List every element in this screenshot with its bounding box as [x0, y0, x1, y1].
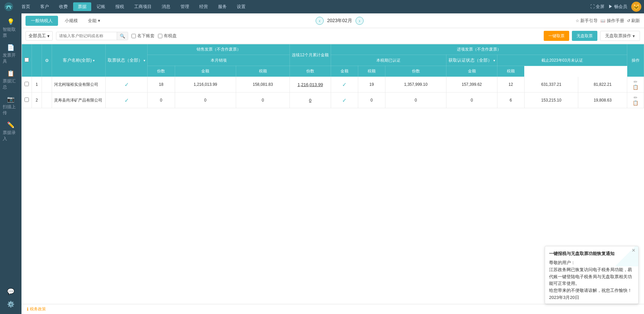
nav-bookkeeping[interactable]: 记账: [92, 2, 110, 11]
refresh-btn[interactable]: ↺ 刷新: [627, 18, 640, 24]
row-index: 2: [32, 92, 42, 108]
app-logo: [3, 1, 15, 13]
copy-icon[interactable]: 📋: [633, 100, 638, 106]
row-sales-amount: 0: [175, 92, 236, 108]
copy-icon[interactable]: 📋: [633, 84, 638, 90]
sidebar-item-invoice-summary[interactable]: 📋 票据汇总: [1, 68, 20, 92]
info-icon: ℹ: [27, 307, 29, 312]
my-accounts-checkbox[interactable]: [131, 34, 136, 38]
th-purchase-group: 进项发票（不含作废票）: [331, 44, 627, 55]
row-cert-count: 19: [358, 77, 385, 92]
nav-operation[interactable]: 经营: [195, 2, 213, 11]
th-period-certified: 本税期已认证: [331, 55, 446, 66]
diskless-ticket-btn[interactable]: 无盘取票: [572, 31, 597, 41]
row-checkbox[interactable]: [24, 82, 29, 86]
row-settings: [42, 77, 52, 92]
row-cert-status: ✓: [331, 92, 358, 108]
nav-manage[interactable]: 管理: [176, 2, 194, 11]
manual-btn[interactable]: 📖 操作手册: [600, 18, 624, 24]
notification-box: ✕ 一键报税与无盘取票功能恢复通知 尊敬的用户：江苏政务网已恢复访问电子税务局功…: [545, 246, 639, 304]
one-click-ticket-btn[interactable]: 一键取票: [544, 31, 569, 41]
settings-icon[interactable]: ⚙: [45, 58, 49, 63]
fullscreen-btn[interactable]: ⛶ 全屏: [590, 4, 605, 10]
row-settings: [42, 92, 52, 108]
row-actions: ✏ 📋: [627, 92, 644, 108]
row-cumulative-amount[interactable]: 0: [290, 92, 331, 108]
sidebar-item-smart-ticket-label: 智能取票: [3, 26, 19, 39]
sidebar-item-chat[interactable]: 💬: [1, 286, 20, 297]
invoice-open-icon: 📄: [7, 44, 14, 51]
employee-chevron-icon: ▾: [47, 34, 50, 39]
select-all-checkbox[interactable]: [24, 58, 29, 62]
notification-close-btn[interactable]: ✕: [632, 248, 636, 253]
edit-icon[interactable]: ✏: [634, 79, 638, 84]
row-sales-count: 18: [148, 77, 175, 92]
th-settings: ⚙: [42, 44, 52, 77]
scan-upload-icon: 📷: [7, 96, 14, 103]
tab-right-actions: ☆ 新手引导 📖 操作手册 ↺ 刷新: [576, 18, 640, 24]
sidebar-item-scan-upload[interactable]: 📷 扫描上传: [1, 93, 20, 118]
filter-tax-disk[interactable]: 有税盘: [158, 33, 177, 39]
tax-policy-link[interactable]: 税务政策: [30, 306, 46, 312]
th-sales-group: 销售发票（不含作废票）: [148, 44, 290, 55]
row-cert-count: 0: [358, 92, 385, 108]
nav-settings[interactable]: 设置: [232, 2, 250, 11]
user-avatar[interactable]: 🐱: [631, 2, 641, 12]
row-checkbox[interactable]: [24, 98, 29, 102]
row-uncert-count: 12: [497, 77, 524, 92]
chat-icon: 💬: [7, 288, 14, 295]
cumulative-link[interactable]: 1,216,013.99: [298, 82, 323, 87]
search-input[interactable]: [56, 32, 117, 40]
th-sales-count: 份数: [148, 66, 175, 77]
sidebar-item-invoice-summary-label: 票据汇总: [3, 78, 19, 90]
tab-general-taxpayer[interactable]: 一般纳税人: [25, 16, 58, 26]
cumulative-link[interactable]: 0: [309, 98, 311, 103]
tab-all-label: 全能: [88, 18, 97, 24]
nav-home[interactable]: 首页: [17, 2, 35, 11]
tab-all-select[interactable]: 全能 ▾: [85, 16, 104, 26]
row-checkbox-cell: [22, 92, 32, 108]
row-cumulative-amount[interactable]: 1,216,013.99: [290, 77, 331, 92]
edit-icon[interactable]: ✏: [634, 95, 638, 100]
new-user-guide-btn[interactable]: ☆ 新手引导: [576, 18, 598, 24]
sidebar-item-smart-ticket[interactable]: 💡 智能取票: [1, 16, 20, 41]
sidebar-item-config[interactable]: ⚙️: [1, 299, 20, 310]
prev-month-button[interactable]: ‹: [316, 17, 324, 25]
tax-disk-checkbox[interactable]: [158, 34, 162, 38]
take-status-check-icon: ✓: [124, 82, 129, 87]
th-action: 操作: [627, 44, 644, 77]
nav-fee[interactable]: 收费: [54, 2, 72, 11]
tab-small-scale[interactable]: 小规模: [59, 16, 83, 26]
nav-message[interactable]: 消息: [157, 2, 175, 11]
cert-status-check-icon: ✓: [342, 98, 346, 103]
th-sales-tax: 税额: [236, 66, 289, 77]
diskless-ops-btn[interactable]: 无盘取票操作 ▾: [600, 31, 640, 41]
th-sales-month: 本月销项: [148, 55, 290, 66]
sidebar-item-invoice-open[interactable]: 📄 发票开具: [1, 42, 20, 66]
filter-row: 全部员工 ▾ 🔍 名下账套 有税盘 一键取票 无盘取票 无盘取票操作 ▾: [21, 28, 644, 44]
th-checkbox: [22, 44, 32, 77]
vip-btn[interactable]: ▶ 畅会员: [608, 4, 627, 10]
row-uncert-amount: 153,215.10: [524, 92, 578, 108]
my-accounts-label: 名下账套: [137, 33, 155, 39]
row-customer-name: 灵寿县尚泽矿产品有限公司: [52, 92, 106, 108]
nav-business[interactable]: 工商项目: [129, 2, 156, 11]
search-button[interactable]: 🔍: [117, 32, 128, 40]
sidebar-item-invoice-entry[interactable]: ✏️ 票据录入: [1, 119, 20, 144]
filter-my-accounts[interactable]: 名下账套: [131, 33, 155, 39]
next-month-button[interactable]: ›: [356, 17, 364, 25]
nav-invoice[interactable]: 票据: [73, 2, 91, 11]
sidebar-item-scan-upload-label: 扫描上传: [3, 104, 19, 116]
th-cert-status: 获取认证状态（全部） ▾: [446, 55, 497, 66]
sidebar-item-invoice-open-label: 发票开具: [3, 52, 19, 64]
row-cert-amount: 1,357,999.10: [385, 77, 446, 92]
employee-select[interactable]: 全部员工 ▾: [25, 31, 53, 41]
row-uncert-tax: 81,822.21: [578, 77, 627, 92]
row-sales-tax: 158,081.83: [236, 77, 289, 92]
tabs-row: 一般纳税人 小规模 全能 ▾ ‹ 2023年02月 › ☆ 新手引导 📖 操作手…: [21, 13, 644, 28]
nav-tax[interactable]: 报税: [111, 2, 129, 11]
invoice-table: ⚙ 客户名称(全部) ▾ 取票状态（全部） ▾ 销售发票（不含作废票） 连续12…: [21, 44, 644, 108]
diskless-ops-chevron-icon: ▾: [633, 34, 635, 39]
nav-service[interactable]: 服务: [213, 2, 231, 11]
nav-customer[interactable]: 客户: [36, 2, 54, 11]
